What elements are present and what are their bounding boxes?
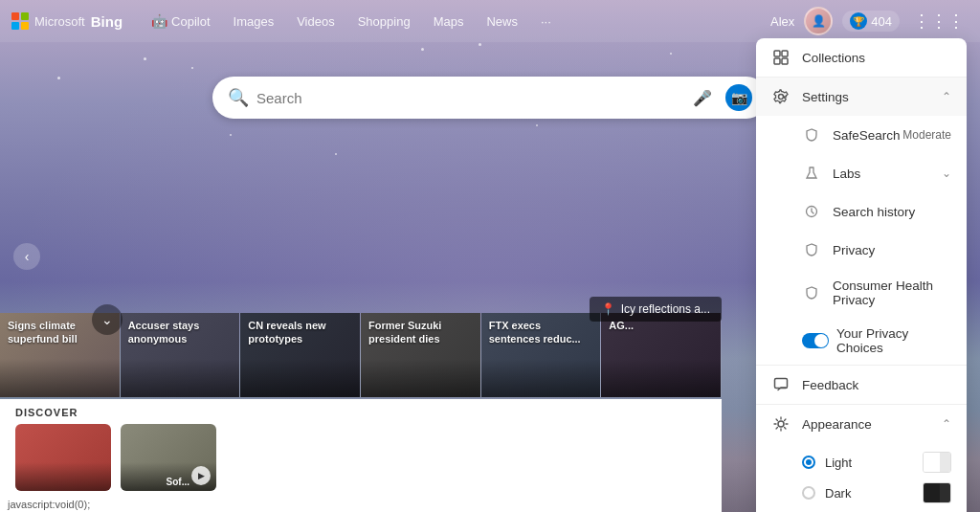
news-item-2[interactable]: Accuser stays anonymous	[121, 313, 241, 397]
nav-videos[interactable]: Videos	[287, 11, 345, 33]
menu-item-appearance[interactable]: Appearance ⌃	[756, 405, 967, 443]
light-label: Light	[825, 456, 852, 470]
history-icon	[802, 202, 821, 221]
search-bar: 🔍 🎤 📷	[212, 77, 768, 119]
menu-item-feedback[interactable]: Feedback	[756, 366, 967, 404]
dropdown-menu: Collections Settings ⌃ SafeSearch Modera…	[756, 38, 967, 512]
menu-item-settings[interactable]: Settings ⌃	[756, 78, 967, 116]
reward-trophy: 🏆	[853, 16, 864, 27]
logo-area[interactable]: Microsoft Bing	[11, 12, 122, 30]
avatar-initials: 👤	[812, 14, 826, 28]
camera-icon[interactable]: 📷	[725, 84, 752, 111]
labs-icon	[802, 164, 821, 183]
shield-icon	[802, 125, 821, 145]
light-preview-left	[924, 453, 940, 472]
discover-title: DISCOVER	[15, 407, 706, 418]
radio-light	[802, 456, 815, 469]
svg-rect-0	[774, 51, 780, 56]
dark-preview-left	[924, 483, 940, 502]
disc-label: Sof...	[167, 477, 189, 487]
ms-sq-red	[11, 12, 19, 20]
more-options-button[interactable]: ⋮⋮⋮	[909, 7, 969, 35]
bing-label: Bing	[91, 13, 122, 30]
safesearch-value: Moderate	[902, 128, 951, 142]
nav-shopping-label: Shopping	[358, 14, 411, 29]
collections-icon	[771, 48, 791, 67]
nav-images[interactable]: Images	[224, 11, 284, 33]
nav-maps[interactable]: Maps	[424, 11, 474, 33]
appearance-option-light[interactable]: Light	[802, 447, 951, 478]
discover-items: ▶ Sof...	[15, 424, 706, 491]
settings-chevron-icon: ⌃	[942, 90, 951, 103]
nav-videos-label: Videos	[297, 14, 335, 29]
appearance-option-system[interactable]: System default	[802, 508, 951, 512]
consumer-health-label: Consumer Health Privacy	[833, 278, 951, 307]
toggle-knob	[814, 334, 828, 347]
user-name: Alex	[770, 14, 794, 29]
reward-icon: 🏆	[850, 12, 867, 30]
status-url: javascript:void(0);	[8, 499, 90, 510]
menu-item-consumer-health[interactable]: Consumer Health Privacy	[756, 269, 967, 317]
header-right: Alex 👤 🏆 404 ⋮⋮⋮	[770, 7, 969, 35]
nav-links: 🤖 Copilot Images Videos Shopping Maps Ne…	[142, 10, 770, 33]
discover-item-2[interactable]: ▶ Sof...	[121, 424, 216, 491]
search-history-label: Search history	[833, 205, 951, 219]
menu-item-collections[interactable]: Collections	[756, 38, 967, 77]
light-preview-right	[940, 453, 950, 472]
status-bar: javascript:void(0);	[0, 497, 98, 512]
settings-label: Settings	[802, 90, 942, 104]
svg-rect-5	[775, 379, 788, 389]
nav-copilot-label: Copilot	[171, 14, 210, 29]
menu-item-search-history[interactable]: Search history	[756, 192, 967, 231]
svg-rect-3	[782, 58, 788, 64]
scroll-down-button[interactable]: ⌄	[92, 304, 122, 335]
menu-item-privacy-choices[interactable]: Your Privacy Choices	[756, 317, 967, 365]
news-label-4: Former Suzuki president dies	[368, 319, 473, 346]
location-pin-icon: 📍	[601, 302, 615, 316]
radio-dot	[806, 459, 812, 465]
labs-label: Labs	[833, 167, 942, 181]
ms-logo-squares	[11, 12, 29, 30]
appearance-option-dark[interactable]: Dark	[802, 478, 951, 508]
svg-rect-2	[774, 58, 780, 64]
news-item-5[interactable]: FTX execs sentences reduc...	[481, 313, 602, 397]
nav-news-label: News	[486, 14, 518, 29]
feedback-label: Feedback	[802, 378, 951, 392]
svg-rect-1	[782, 51, 788, 56]
dark-label: Dark	[825, 486, 851, 501]
appearance-options: Light Dark System default	[756, 443, 967, 512]
menu-item-privacy[interactable]: Privacy	[756, 231, 967, 269]
mic-icon[interactable]: 🎤	[689, 84, 716, 111]
avatar[interactable]: 👤	[804, 7, 833, 35]
news-label-5: FTX execs sentences reduc...	[489, 319, 593, 346]
settings-icon	[771, 87, 791, 106]
svg-point-6	[778, 421, 784, 427]
nav-shopping[interactable]: Shopping	[348, 11, 420, 33]
appearance-icon	[771, 414, 791, 434]
search-input[interactable]	[256, 90, 689, 106]
play-icon: ▶	[191, 466, 211, 485]
collections-label: Collections	[802, 51, 951, 65]
light-preview	[923, 452, 951, 473]
nav-images-label: Images	[234, 14, 275, 29]
discover-item-1[interactable]	[15, 424, 111, 491]
nav-more[interactable]: ···	[531, 11, 561, 33]
nav-copilot[interactable]: 🤖 Copilot	[142, 10, 219, 33]
news-item-4[interactable]: Former Suzuki president dies	[361, 313, 481, 397]
news-item-6[interactable]: AG...	[601, 313, 722, 397]
news-label-3: CN reveals new prototypes	[248, 319, 352, 346]
ms-sq-blue	[11, 22, 19, 30]
header: Microsoft Bing 🤖 Copilot Images Videos S…	[0, 0, 980, 42]
menu-item-safesearch[interactable]: SafeSearch Moderate	[756, 116, 967, 154]
nav-news[interactable]: News	[477, 11, 527, 33]
search-icon: 🔍	[228, 87, 249, 108]
menu-item-labs[interactable]: Labs ⌄	[756, 154, 967, 192]
nav-more-label: ···	[541, 14, 551, 29]
health-icon	[802, 283, 821, 302]
copilot-icon: 🤖	[151, 13, 167, 29]
dark-preview-right	[940, 483, 950, 502]
location-badge: 📍 Icy reflections a...	[590, 297, 722, 322]
reward-badge[interactable]: 🏆 404	[842, 11, 900, 32]
news-item-3[interactable]: CN reveals new prototypes	[240, 313, 361, 397]
news-prev-button[interactable]: ‹	[13, 243, 40, 270]
